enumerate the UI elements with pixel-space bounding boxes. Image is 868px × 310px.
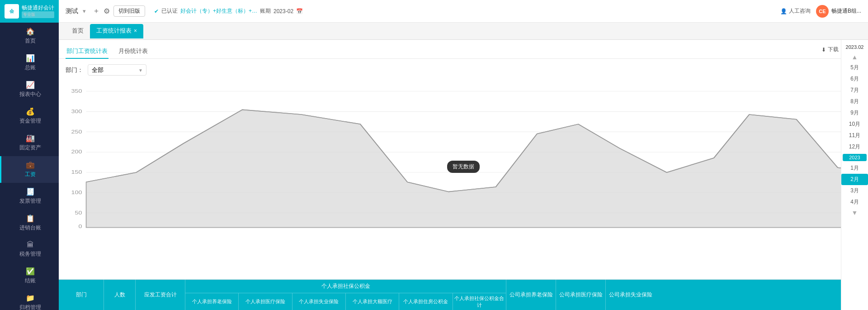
nav-label-sales: 进销台账 bbox=[19, 224, 41, 232]
dept-select[interactable]: 全部 bbox=[88, 64, 146, 76]
th-personal-major-medical: 个人承担大额医疗 bbox=[346, 293, 399, 310]
sidebar-item-invoice[interactable]: 🧾发票管理 bbox=[0, 183, 59, 210]
nav-label-home: 首页 bbox=[25, 37, 36, 45]
sidebar-item-archive[interactable]: 📁归档管理 bbox=[0, 289, 59, 310]
rp-month-3[interactable]: 3月 bbox=[841, 185, 868, 196]
download-icon: ⬇ bbox=[821, 47, 826, 53]
subtab-monthly[interactable]: 月份统计表 bbox=[118, 44, 149, 59]
topbar: 测试 ▾ ＋ ⚙ 切到旧版 ✔ 已认证 好会计（专）+好生意（标）+… 账期 2… bbox=[59, 0, 868, 23]
th-dept: 部门 bbox=[59, 280, 104, 310]
logo-badge: 专业版 bbox=[22, 11, 54, 18]
sidebar-item-assets[interactable]: 🏭固定资产 bbox=[0, 129, 59, 156]
tab-close-icon[interactable]: × bbox=[134, 28, 137, 34]
rp-month-2-active[interactable]: 2月 bbox=[841, 174, 868, 185]
company-name: 测试 bbox=[66, 7, 78, 15]
sidebar-item-checkout[interactable]: ✅结账 bbox=[0, 262, 59, 289]
status-verified: 已认证 bbox=[161, 7, 178, 15]
sidebar-item-reports[interactable]: 📈报表中心 bbox=[0, 76, 59, 103]
nav-icon-assets: 🏭 bbox=[26, 134, 35, 143]
topbar-status: ✔ 已认证 好会计（专）+好生意（标）+… 账期 2023-02 📅 bbox=[154, 7, 303, 15]
th-personal-housing-fund: 个人承担住房公积金 bbox=[399, 293, 453, 310]
th-personal-insurance-group: 个人承担社保公积金 个人承担养老保险 个人承担医疗保险 个人承担失业保险 个人承… bbox=[185, 280, 506, 310]
svg-text:50: 50 bbox=[75, 210, 82, 215]
svg-text:300: 300 bbox=[71, 108, 82, 114]
nav-label-reports: 报表中心 bbox=[19, 91, 41, 98]
sidebar-item-sales[interactable]: 📋进销台账 bbox=[0, 210, 59, 236]
user-name: 畅捷通B组... bbox=[831, 7, 861, 15]
sidebar: 会 畅捷通好会计 专业版 🏠首页📊总账📈报表中心💰资金管理🏭固定资产💼工资🧾发票… bbox=[0, 0, 59, 310]
nav-icon-ledger: 📊 bbox=[26, 54, 35, 62]
tab-salary-report[interactable]: 工资统计报表 × bbox=[90, 24, 143, 38]
rp-month-5[interactable]: 5月 bbox=[841, 62, 868, 73]
sidebar-item-salary[interactable]: 💼工资 bbox=[0, 156, 59, 183]
sidebar-item-ledger[interactable]: 📊总账 bbox=[0, 49, 59, 76]
th-company-unemployment: 公司承担失业保险 bbox=[606, 280, 656, 310]
help-label: 人工咨询 bbox=[789, 7, 811, 15]
rp-month-11[interactable]: 11月 bbox=[841, 130, 868, 141]
main-area: 测试 ▾ ＋ ⚙ 切到旧版 ✔ 已认证 好会计（专）+好生意（标）+… 账期 2… bbox=[59, 0, 868, 310]
subtabs: 部门工资统计表 月份统计表 ⬇ 下载 ↺ 刷新 bbox=[59, 40, 868, 59]
dept-filter-label: 部门： bbox=[66, 66, 83, 74]
subtab-dept[interactable]: 部门工资统计表 bbox=[66, 44, 108, 59]
logo-icon: 会 bbox=[5, 4, 19, 19]
nav-icon-home: 🏠 bbox=[26, 27, 35, 36]
rp-scroll-up[interactable]: ▲ bbox=[850, 52, 859, 62]
table-header: 部门 人数 应发工资合计 个人承担社保公积金 个人承担养老保险 个人承担医疗保险… bbox=[59, 279, 868, 310]
nav-icon-checkout: ✅ bbox=[26, 267, 35, 276]
download-button[interactable]: ⬇ 下载 bbox=[821, 46, 839, 53]
filter-bar: 部门： 全部 bbox=[59, 59, 868, 81]
help-button[interactable]: 👤 人工咨询 bbox=[780, 7, 811, 15]
rp-scroll-down[interactable]: ▼ bbox=[850, 208, 859, 218]
company-dropdown-icon[interactable]: ▾ bbox=[83, 8, 86, 14]
rp-month-7[interactable]: 7月 bbox=[841, 85, 868, 96]
nav-icon-invoice: 🧾 bbox=[26, 187, 35, 196]
tab-label: 工资统计报表 bbox=[96, 27, 132, 35]
nav-icon-archive: 📁 bbox=[26, 294, 35, 302]
sidebar-item-funds[interactable]: 💰资金管理 bbox=[0, 103, 59, 129]
rp-month-12[interactable]: 12月 bbox=[841, 141, 868, 153]
th-personal-medical: 个人承担医疗保险 bbox=[239, 293, 292, 310]
th-personal-pension: 个人承担养老保险 bbox=[185, 293, 239, 310]
settings-button[interactable]: ⚙ bbox=[104, 7, 110, 15]
rp-month-4[interactable]: 4月 bbox=[841, 196, 868, 208]
svg-text:350: 350 bbox=[71, 88, 82, 94]
nav-label-salary: 工资 bbox=[25, 171, 36, 178]
nav-icon-reports: 📈 bbox=[26, 81, 35, 89]
rp-month-9[interactable]: 9月 bbox=[841, 107, 868, 119]
nav-label-assets: 固定资产 bbox=[19, 144, 41, 152]
rp-month-6[interactable]: 6月 bbox=[841, 73, 868, 85]
rp-year-badge: 2023 bbox=[843, 154, 867, 161]
user-menu[interactable]: CE 畅捷通B组... bbox=[816, 5, 861, 18]
add-button[interactable]: ＋ bbox=[93, 6, 100, 16]
nav-label-funds: 资金管理 bbox=[19, 117, 41, 125]
tabbar: 首页 工资统计报表 × bbox=[59, 23, 868, 40]
svg-text:0: 0 bbox=[79, 223, 82, 229]
chart-area: 350 300 250 200 150 100 50 0 bbox=[59, 81, 868, 279]
sidebar-item-tax[interactable]: 🏛税务管理 bbox=[0, 236, 59, 262]
nav-icon-sales: 📋 bbox=[26, 214, 35, 223]
th-personal-unemployment: 个人承担失业保险 bbox=[292, 293, 346, 310]
nav-label-ledger: 总账 bbox=[25, 64, 36, 72]
th-group-label: 个人承担社保公积金 bbox=[185, 280, 506, 293]
rp-month-8[interactable]: 8月 bbox=[841, 96, 868, 107]
sidebar-nav: 🏠首页📊总账📈报表中心💰资金管理🏭固定资产💼工资🧾发票管理📋进销台账🏛税务管理✅… bbox=[0, 23, 59, 310]
nav-label-invoice: 发票管理 bbox=[19, 197, 41, 205]
nav-icon-salary: 💼 bbox=[26, 161, 35, 169]
period-label: 账期 bbox=[260, 7, 271, 15]
tab-home[interactable]: 首页 bbox=[66, 24, 90, 38]
chart-svg: 350 300 250 200 150 100 50 0 bbox=[66, 86, 861, 230]
th-company-medical: 公司承担医疗保险 bbox=[556, 280, 606, 310]
rp-month-1[interactable]: 1月 bbox=[841, 162, 868, 174]
period-value: 2023-02 bbox=[274, 8, 293, 14]
calendar-icon[interactable]: 📅 bbox=[296, 8, 303, 14]
switch-version-button[interactable]: 切到旧版 bbox=[113, 5, 145, 17]
sidebar-item-home[interactable]: 🏠首页 bbox=[0, 23, 59, 49]
svg-text:100: 100 bbox=[71, 189, 82, 195]
rp-date: 2023.02 bbox=[844, 42, 865, 52]
rp-month-10[interactable]: 10月 bbox=[841, 119, 868, 130]
sidebar-logo: 会 畅捷通好会计 专业版 bbox=[0, 0, 59, 23]
nav-label-tax: 税务管理 bbox=[19, 250, 41, 258]
right-panel: 2023.02 ▲ 5月 6月 7月 8月 9月 10月 11月 12月 202… bbox=[841, 40, 868, 310]
chart-container: 350 300 250 200 150 100 50 0 bbox=[66, 86, 861, 230]
nav-label-checkout: 结账 bbox=[25, 277, 36, 285]
